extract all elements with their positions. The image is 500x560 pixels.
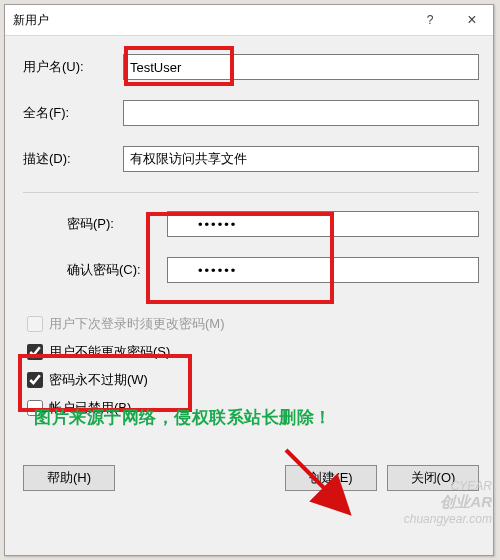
- must-change-password-box: [27, 316, 43, 332]
- titlebar: 新用户 ? ×: [5, 5, 493, 36]
- password-never-expires-box[interactable]: [27, 372, 43, 388]
- new-user-dialog: 新用户 ? × 用户名(U): 全名(F): 描述(D):: [4, 4, 494, 556]
- username-input[interactable]: [123, 54, 479, 80]
- close-icon: ×: [467, 11, 476, 29]
- password-label: 密码(P):: [67, 215, 167, 233]
- account-disabled-checkbox[interactable]: 帐户已禁用(B): [27, 399, 479, 417]
- must-change-password-label: 用户下次登录时须更改密码(M): [49, 315, 225, 333]
- help-button[interactable]: ?: [409, 5, 451, 35]
- close-button[interactable]: 关闭(O): [387, 465, 479, 491]
- separator: [23, 192, 479, 193]
- password-never-expires-checkbox[interactable]: 密码永不过期(W): [27, 371, 479, 389]
- password-never-expires-label: 密码永不过期(W): [49, 371, 148, 389]
- fullname-label: 全名(F):: [23, 104, 123, 122]
- description-input[interactable]: [123, 146, 479, 172]
- must-change-password-checkbox: 用户下次登录时须更改密码(M): [27, 315, 479, 333]
- password-input[interactable]: [167, 211, 479, 237]
- cannot-change-password-box[interactable]: [27, 344, 43, 360]
- help-button-bottom[interactable]: 帮助(H): [23, 465, 115, 491]
- cannot-change-password-label: 用户不能更改密码(S): [49, 343, 170, 361]
- window-title: 新用户: [5, 12, 409, 29]
- account-disabled-label: 帐户已禁用(B): [49, 399, 131, 417]
- help-icon: ?: [427, 13, 434, 27]
- cannot-change-password-checkbox[interactable]: 用户不能更改密码(S): [27, 343, 479, 361]
- client-area: 用户名(U): 全名(F): 描述(D): 密码(P): 确认密码(: [5, 36, 493, 501]
- create-button[interactable]: 创建(E): [285, 465, 377, 491]
- fullname-input[interactable]: [123, 100, 479, 126]
- close-window-button[interactable]: ×: [451, 5, 493, 35]
- username-label: 用户名(U):: [23, 58, 123, 76]
- description-label: 描述(D):: [23, 150, 123, 168]
- confirm-password-label: 确认密码(C):: [67, 261, 167, 279]
- account-disabled-box[interactable]: [27, 400, 43, 416]
- confirm-password-input[interactable]: [167, 257, 479, 283]
